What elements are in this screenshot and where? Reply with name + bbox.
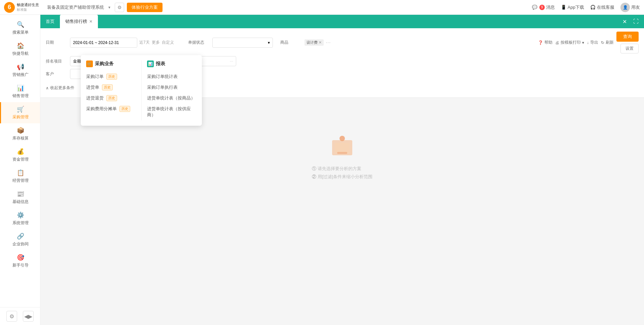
tab-home[interactable]: 首页 (40, 15, 60, 28)
sidebar-item-label: 新手引导 (12, 262, 29, 268)
menu-divider (141, 60, 142, 120)
history-badge-2: 历史 (106, 95, 117, 101)
header-right: 💬 9 消息 📱 App下载 🎧 在线客服 👤 用友 (532, 3, 640, 12)
tab-close-icon[interactable]: ✕ (89, 19, 93, 24)
menu-item-report-4[interactable]: 进货单统计表（按供应商） (147, 104, 197, 120)
sidebar-item-guide[interactable]: 🎯 新手引导 (0, 250, 40, 272)
sidebar-item-label: 采购管理 (12, 114, 29, 120)
headset-icon: 🎧 (590, 5, 596, 10)
sidebar-item-operation[interactable]: 📋 经营管理 (0, 166, 40, 187)
content-area: 首页 销售排行榜 ✕ ✕ ⛶ 日期 近7天 更多 (40, 15, 644, 325)
app-download-btn[interactable]: 📱 App下载 (561, 4, 584, 10)
sidebar-item-search[interactable]: 🔍 搜索菜单 (0, 17, 40, 39)
guide-icon: 🎯 (17, 254, 24, 261)
purchase-section: 🛒 采购业务 采购订单 历史 进货单 历史 进货退货 历史 (86, 60, 136, 120)
message-label: 消息 (546, 4, 555, 10)
purchase-icon: 🛒 (17, 106, 24, 113)
tab-bar-right: ✕ ⛶ (620, 17, 644, 26)
menu-item-report-3[interactable]: 进货单统计表（按商品） (147, 93, 197, 104)
home-icon: 🏠 (17, 42, 24, 49)
finance-icon: 💰 (17, 148, 24, 155)
message-badge: 9 (539, 5, 545, 10)
sidebar-item-purchase[interactable]: 🛒 采购管理 (0, 102, 40, 123)
user-label: 用友 (631, 4, 640, 10)
operation-icon: 📋 (17, 169, 24, 176)
report-section-header: 📊 报表 (147, 60, 197, 67)
sidebar-settings-btn[interactable]: ⚙ (6, 311, 17, 322)
cooperation-icon: 🔗 (17, 233, 24, 240)
tab-bar: 首页 销售排行榜 ✕ ✕ ⛶ (40, 15, 644, 28)
inventory-icon: 📦 (17, 127, 24, 134)
online-service-btn[interactable]: 🎧 在线客服 (590, 4, 614, 10)
tab-sales-ranking[interactable]: 销售排行榜 ✕ (60, 15, 98, 28)
sidebar-item-label: 系统管理 (12, 220, 29, 226)
logo-text: 畅捷通好生意 (17, 2, 39, 7)
report-section: 📊 报表 采购订单统计表 采购订单执行表 进货单统计表（按商品） 进货单统计表（… (147, 60, 197, 120)
sidebar-item-label: 销售管理 (12, 93, 29, 99)
main-layout: 🔍 搜索菜单 🏠 快捷导航 📢 营销推广 📊 销售管理 🛒 采购管理 📦 库存核… (0, 15, 644, 325)
header-center: 装备及固定资产辅助管理系统 ▾ ⚙ 体验行业方案 (44, 3, 532, 12)
message-icon: 💬 (532, 5, 537, 10)
system-dropdown-arrow[interactable]: ▾ (107, 5, 112, 10)
sidebar-item-label: 资金管理 (12, 157, 29, 162)
menu-item-receipt[interactable]: 进货单 历史 (86, 82, 136, 93)
page-content: 日期 近7天 更多 自定义 单据状态 ▾ 商品 (40, 28, 644, 325)
system-title: 装备及固定资产辅助管理系统 (47, 4, 104, 10)
phone-icon: 📱 (561, 5, 566, 10)
sidebar-item-marketing[interactable]: 📢 营销推广 (0, 60, 40, 81)
history-badge-0: 历史 (106, 74, 117, 80)
industry-btn[interactable]: 体验行业方案 (127, 3, 163, 12)
sidebar-collapse-btn[interactable]: ◀▶ (23, 311, 34, 322)
sidebar: 🔍 搜索菜单 🏠 快捷导航 📢 营销推广 📊 销售管理 🛒 采购管理 📦 库存核… (0, 15, 40, 325)
sidebar-item-label: 库存核算 (12, 135, 29, 141)
sidebar-item-label: 企业协同 (12, 241, 29, 247)
menu-item-return[interactable]: 进货退货 历史 (86, 93, 136, 104)
avatar: 👤 (620, 3, 630, 12)
logo-sub: 标准版 (17, 7, 39, 12)
report-section-icon: 📊 (147, 60, 154, 67)
sidebar-item-finance[interactable]: 💰 资金管理 (0, 145, 40, 166)
message-btn[interactable]: 💬 9 消息 (532, 4, 555, 10)
top-header: 6 畅捷通好生意 标准版 装备及固定资产辅助管理系统 ▾ ⚙ 体验行业方案 💬 … (0, 0, 644, 15)
sidebar-bottom: ⚙ ◀▶ (0, 307, 40, 325)
sidebar-item-cooperation[interactable]: 🔗 企业协同 (0, 229, 40, 250)
menu-item-report-1[interactable]: 采购订单统计表 (147, 71, 197, 82)
sidebar-item-label: 快捷导航 (12, 51, 29, 56)
sidebar-item-system[interactable]: ⚙️ 系统管理 (0, 208, 40, 229)
sidebar-item-nav[interactable]: 🏠 快捷导航 (0, 39, 40, 60)
basic-icon: 📰 (17, 190, 24, 198)
settings-icon[interactable]: ⚙ (115, 3, 124, 12)
user-btn[interactable]: 👤 用友 (620, 3, 640, 12)
purchase-section-header: 🛒 采购业务 (86, 60, 136, 67)
sidebar-item-inventory[interactable]: 📦 库存核算 (0, 123, 40, 145)
search-icon: 🔍 (17, 21, 24, 28)
sidebar-item-basic[interactable]: 📰 基础信息 (0, 187, 40, 208)
sidebar-item-label: 基础信息 (12, 199, 29, 205)
sidebar-item-label: 搜索菜单 (12, 30, 29, 35)
tab-expand-icon[interactable]: ⛶ (631, 17, 641, 26)
history-badge-3: 历史 (119, 106, 130, 112)
logo-area: 6 畅捷通好生意 标准版 (4, 2, 44, 13)
sidebar-item-label: 经营管理 (12, 178, 29, 184)
menu-item-report-2[interactable]: 采购订单执行表 (147, 82, 197, 93)
sidebar-item-label: 营销推广 (12, 72, 29, 78)
purchase-section-icon: 🛒 (86, 60, 93, 67)
history-badge-1: 历史 (102, 84, 113, 90)
system-icon: ⚙️ (17, 211, 24, 219)
purchase-dropdown-menu: 🛒 采购业务 采购订单 历史 进货单 历史 进货退货 历史 (81, 55, 202, 126)
menu-item-expense[interactable]: 采购费用分摊单 历史 (86, 104, 136, 114)
sales-icon: 📊 (17, 84, 24, 92)
logo-icon: 6 (4, 2, 15, 13)
tab-close-all-icon[interactable]: ✕ (620, 17, 629, 26)
marketing-icon: 📢 (17, 63, 24, 71)
sidebar-item-sales[interactable]: 📊 销售管理 (0, 81, 40, 102)
menu-item-purchase-order[interactable]: 采购订单 历史 (86, 71, 136, 82)
